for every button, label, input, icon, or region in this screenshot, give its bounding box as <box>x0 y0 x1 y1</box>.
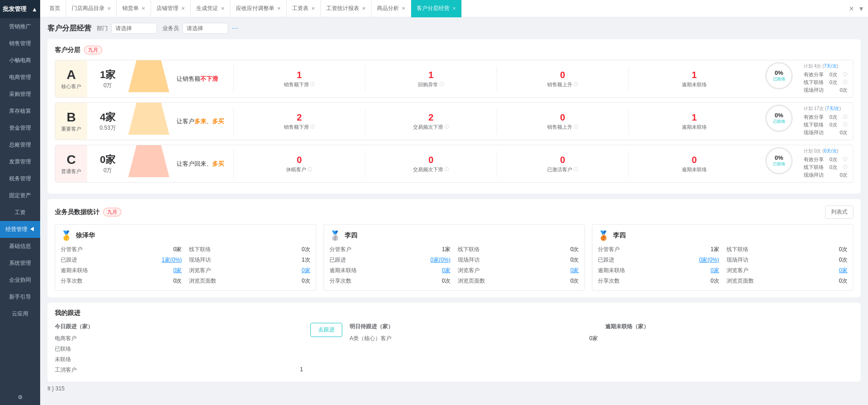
metric-val: 0次 <box>570 246 579 253</box>
tab-home[interactable]: 首页 <box>44 0 66 17</box>
tab-close-icon[interactable]: ✕ <box>141 6 145 11</box>
tab-close-icon[interactable]: ✕ <box>362 6 366 11</box>
followup-grid: 今日跟进（家） 电商客户 已联络 未联络 工消客户 <box>55 323 853 375</box>
tab-gen-voucher[interactable]: 生成凭证 ✕ <box>191 0 230 17</box>
sidebar-item-qyxt[interactable]: 企业协同 <box>0 272 40 289</box>
metric-val-link[interactable]: 0家 <box>839 267 847 274</box>
staff-section-title: 业务员数据统计 <box>55 208 99 216</box>
sidebar-item-swgl[interactable]: 税务管理 <box>0 170 40 187</box>
dept-select[interactable]: 请选择 <box>111 23 157 34</box>
info-icon[interactable]: ⓘ <box>843 121 847 128</box>
list-view-button[interactable]: 列表式 <box>825 205 853 219</box>
metric-count: 1 <box>692 70 697 80</box>
tab-close-active-icon[interactable]: ✕ <box>452 6 456 11</box>
tab-customer-tier[interactable]: 客户分层经营 ✕ <box>411 0 462 17</box>
tier-b-stats: 4家 0.53万 <box>87 103 128 140</box>
tier-c-metric-3[interactable]: 0 逾期未联络 <box>629 151 760 177</box>
tier-c-metric-1[interactable]: 0 交易频次下滑 ⓘ <box>366 151 497 177</box>
sidebar-item-fpgl[interactable]: 发票管理 <box>0 153 40 170</box>
sidebar-item-yyyq[interactable]: 云应用 <box>0 305 40 322</box>
sidebar-collapse-icon[interactable]: ▲ <box>31 6 37 13</box>
sidebar-item-jcxx[interactable]: 基础信息 <box>0 238 40 255</box>
tab-menu-icon[interactable]: ▼ <box>858 5 864 12</box>
tab-close-icon[interactable]: ✕ <box>402 6 405 11</box>
info-icon[interactable]: ⓘ <box>574 166 578 173</box>
sidebar-item-xsgl[interactable]: 销售管理 <box>0 35 40 52</box>
metric-val-link[interactable]: 0家 <box>711 267 719 274</box>
tier-a-metric-2[interactable]: 0 销售额上升 ⓘ <box>497 66 629 92</box>
metric-val-link[interactable]: 0家(0%) <box>699 256 719 264</box>
metric-count: 2 <box>429 112 434 123</box>
metric-val-link[interactable]: 1家(0%) <box>162 256 182 264</box>
info-icon[interactable]: ⓘ <box>843 156 847 163</box>
tab-close-icon[interactable]: ✕ <box>181 6 185 11</box>
info-icon[interactable]: ⓘ <box>310 81 315 88</box>
info-icon[interactable]: ⓘ <box>308 166 312 173</box>
tab-store-catalog[interactable]: 门店商品目录 ✕ <box>66 0 117 17</box>
sidebar-item-zjgl[interactable]: 资金管理 <box>0 120 40 137</box>
staff-metric: 分享次数0次 <box>61 277 182 285</box>
tab-store-manage[interactable]: 店铺管理 ✕ <box>151 0 191 17</box>
sidebar-item-yxtt[interactable]: 营销推广 <box>0 18 40 35</box>
info-icon[interactable]: ⓘ <box>843 79 847 86</box>
metric-val-link[interactable]: 0家 <box>302 267 310 274</box>
sidebar-item-gz[interactable]: 工资 <box>0 204 40 221</box>
plan-link[interactable]: 7天/次 <box>824 63 837 68</box>
more-filter-icon[interactable]: ··· <box>232 24 238 32</box>
sidebar-item-xtgl[interactable]: 系统管理 <box>0 255 40 272</box>
info-icon[interactable]: ⓘ <box>843 71 847 78</box>
tier-c-metric-2[interactable]: 0 已激活客户 ⓘ <box>497 151 629 177</box>
sidebar-item-dsgl[interactable]: 电商管理 <box>0 69 40 86</box>
tab-bar: 首页 门店商品目录 ✕ 销货单 ✕ 店铺管理 ✕ 生成凭证 ✕ 应收应付调整单 … <box>40 0 868 17</box>
plan-link[interactable]: 7天/次 <box>826 106 839 111</box>
plan-link[interactable]: 0天/次 <box>824 148 837 153</box>
tier-a-metric-0[interactable]: 1 销售额下滑 ⓘ <box>234 66 366 92</box>
sidebar-item-cggl[interactable]: 采购管理 <box>0 86 40 103</box>
tab-close-icon[interactable]: ✕ <box>311 6 315 11</box>
info-icon[interactable]: ⓘ <box>444 166 449 173</box>
tab-product-analysis[interactable]: 商品分析 ✕ <box>371 0 411 17</box>
info-icon[interactable]: ⓘ <box>574 81 578 88</box>
info-icon[interactable]: ⓘ <box>439 81 444 88</box>
tab-close-icon[interactable]: ✕ <box>107 6 111 11</box>
side-metric-0: 有效分享 0次 ⓘ <box>804 156 847 163</box>
tab-close-icon[interactable]: ✕ <box>221 6 225 11</box>
metric-val-link[interactable]: 0家(0%) <box>430 256 450 264</box>
tab-sales-order[interactable]: 销货单 ✕ <box>117 0 151 17</box>
metric-val-link[interactable]: 0家 <box>173 267 182 274</box>
tier-c-metric-0[interactable]: 0 休眠客户 ⓘ <box>234 151 366 177</box>
tier-b-metric-3[interactable]: 1 逾期未联络 <box>629 109 760 134</box>
sidebar-settings[interactable]: ⚙ <box>0 389 40 405</box>
gear-icon[interactable]: ⚙ <box>18 394 23 400</box>
sidebar-item-gdwz[interactable]: 固定资产 <box>0 187 40 204</box>
sidebar-item-jygl[interactable]: 经营管理 ◀ <box>0 221 40 238</box>
info-icon[interactable]: ⓘ <box>310 124 315 130</box>
tier-b-metric-0[interactable]: 2 销售额下滑 ⓘ <box>234 109 366 134</box>
tier-a-shape <box>128 60 169 92</box>
tier-a-metric-1[interactable]: 1 回购异常 ⓘ <box>366 66 497 92</box>
info-icon[interactable]: ⓘ <box>843 114 847 121</box>
info-icon[interactable]: ⓘ <box>843 164 847 171</box>
tier-b-metric-2[interactable]: 0 销售额上升 ⓘ <box>497 109 629 134</box>
tab-close-icon[interactable]: ✕ <box>277 6 281 11</box>
tab-payroll[interactable]: 工资表 ✕ <box>287 0 321 17</box>
sidebar-item-zzgl[interactable]: 总账管理 <box>0 137 40 153</box>
sidebar-item-kchx[interactable]: 库存核算 <box>0 103 40 120</box>
staff-metric: 分享次数0次 <box>329 277 450 285</box>
info-icon[interactable]: ⓘ <box>444 124 449 130</box>
sidebar-item-xsyd[interactable]: 新手引导 <box>0 289 40 305</box>
go-followup-button[interactable]: 去跟进 <box>310 323 342 337</box>
info-icon[interactable]: ⓘ <box>574 124 578 130</box>
tier-b-metric-1[interactable]: 2 交易频次下滑 ⓘ <box>366 109 497 134</box>
metric-val-link[interactable]: 0家 <box>442 267 450 274</box>
staff-metric: 现场拜访0次 <box>458 256 579 264</box>
tab-ar-ap[interactable]: 应收应付调整单 ✕ <box>230 0 287 17</box>
metric-val-link[interactable]: 0家 <box>570 267 579 274</box>
contact-label: 已联络 <box>773 119 785 125</box>
tab-close-all-icon[interactable]: ✕ <box>849 5 854 12</box>
tier-a-metric-3[interactable]: 1 逾期未联络 <box>629 66 760 92</box>
staff-select[interactable]: 请选择 <box>183 23 228 34</box>
sidebar-item-xced[interactable]: 小畅电商 <box>0 52 40 69</box>
metric-label: 销售额上升 ⓘ <box>547 81 578 88</box>
tab-payroll-report[interactable]: 工资统计报表 ✕ <box>321 0 371 17</box>
